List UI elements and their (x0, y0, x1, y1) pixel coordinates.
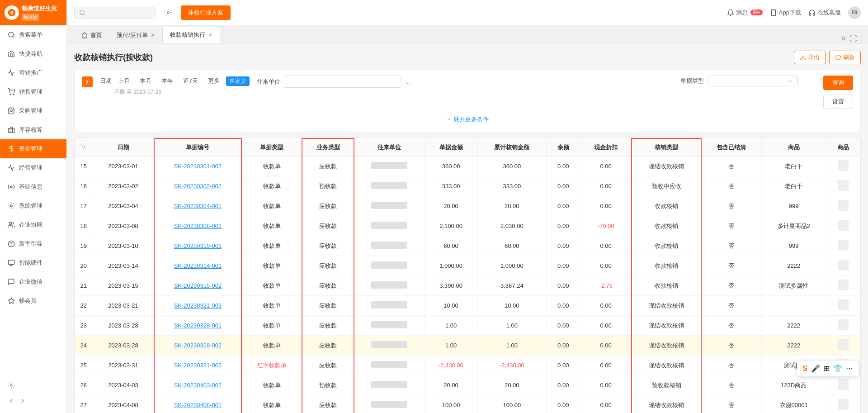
td-partner (354, 395, 424, 413)
float-icon-mic[interactable]: 🎤 (811, 364, 820, 373)
float-input-bar: S 🎤 ⊞ 👕 ⋯ (797, 360, 859, 377)
topbar-gear-btn[interactable] (161, 5, 175, 20)
date-btn-7days[interactable]: 近7天 (179, 76, 202, 86)
tab-close-prepay[interactable]: ✕ (151, 32, 155, 38)
td-amount: 3,390.00 (425, 276, 478, 296)
date-btn-this-month[interactable]: 本月 (136, 76, 155, 86)
date-btn-last-month[interactable]: 上月 (114, 76, 133, 86)
td-product (761, 296, 826, 316)
date-btn-more[interactable]: 更多 (204, 76, 223, 86)
svg-point-2 (9, 32, 14, 37)
td-voucher-no[interactable]: SK-20230310-001 (154, 236, 242, 256)
float-icon-shirt[interactable]: 👕 (833, 364, 842, 373)
float-icon-more[interactable]: ⋯ (846, 364, 853, 373)
filter-settings-btn[interactable]: 设置 (823, 95, 853, 109)
tab-home[interactable]: 首页 (74, 28, 109, 43)
filter-expand-btn[interactable] (82, 76, 93, 87)
date-filter-label: 日期 (100, 77, 112, 85)
td-product2 (826, 196, 860, 216)
th-settings[interactable] (75, 138, 93, 157)
sidebar-item-guide[interactable]: 新手引导 (0, 234, 66, 253)
td-voucher-no[interactable]: SK-20230314-001 (154, 256, 242, 276)
export-btn[interactable]: 导出 (794, 51, 826, 64)
sidebar-item-purchase[interactable]: 采购管理 (0, 101, 66, 120)
solution-btn[interactable]: 体验行业方案 (181, 5, 231, 20)
td-cash-discount: 0.00 (580, 236, 632, 256)
fullscreen-btn[interactable]: ⛶ (850, 35, 857, 43)
td-voucher-type: 收款单 (241, 296, 302, 316)
online-service-btn[interactable]: 在线客服 (808, 9, 841, 17)
tab-close-collection[interactable]: ✕ (208, 32, 212, 38)
td-verify-amount: -2,430.00 (477, 356, 546, 375)
td-product: 测试多属性 (761, 276, 826, 296)
query-btn[interactable]: 查询 (823, 76, 853, 90)
td-voucher-no[interactable]: SK-20230301-002 (154, 157, 242, 176)
sidebar-item-corp[interactable]: 企业协同 (0, 215, 66, 234)
voucher-type-select[interactable] (708, 76, 798, 86)
td-voucher-no[interactable]: SK-20230328-001 (154, 316, 242, 336)
partner-input[interactable] (284, 76, 401, 88)
td-voucher-no[interactable]: SK-20230408-001 (154, 395, 242, 413)
td-voucher-no[interactable]: SK-20230331-002 (154, 356, 242, 375)
td-voucher-no[interactable]: SK-20230304-001 (154, 196, 242, 216)
date-btn-this-year[interactable]: 本年 (158, 76, 177, 86)
topbar-right: 消息 99+ App下载 在线客服 Rit (727, 6, 861, 19)
td-product2 (826, 216, 860, 236)
sidebar-item-inventory[interactable]: 库存核算 (0, 120, 66, 139)
sidebar-settings-btn[interactable] (0, 378, 66, 393)
topbar-search[interactable] (74, 7, 156, 19)
corp-icon (7, 221, 15, 229)
tab-prepay[interactable]: 预付/应付单 ✕ (109, 28, 162, 43)
svg-rect-6 (8, 128, 14, 133)
td-voucher-no[interactable]: SK-20230321-003 (154, 296, 242, 316)
tab-collection[interactable]: 收款核销执行 ✕ (162, 27, 220, 43)
sidebar-collapse-btn[interactable] (0, 393, 66, 408)
td-include-cleared: 否 (701, 276, 761, 296)
date-custom-btn[interactable]: 自定义 (226, 76, 250, 86)
td-include-cleared: 否 (701, 336, 761, 356)
refresh-btn[interactable]: 刷新 (829, 51, 861, 64)
close-all-tabs-btn[interactable]: ✕ (840, 34, 846, 43)
sidebar-item-wechat[interactable]: 企业微信 (0, 272, 66, 291)
sidebar-item-basic[interactable]: 基础信息 (0, 177, 66, 196)
svg-marker-16 (8, 298, 14, 304)
export-icon (800, 54, 806, 61)
sidebar-item-operation[interactable]: 经营管理 (0, 158, 66, 177)
user-avatar[interactable]: Rit (848, 6, 861, 19)
sidebar-item-marketing[interactable]: 营销推广 (0, 63, 66, 82)
td-voucher-no[interactable]: SK-20230315-002 (154, 276, 242, 296)
sidebar-item-search[interactable]: 搜索菜单 (0, 25, 66, 44)
operation-icon (7, 164, 15, 172)
refresh-icon (835, 54, 841, 61)
sidebar-item-label: 库存核算 (19, 126, 42, 134)
td-voucher-no[interactable]: SK-20230308-001 (154, 216, 242, 236)
sidebar-item-member[interactable]: 畅会员 (0, 291, 66, 310)
td-voucher-no[interactable]: SK-20230328-002 (154, 336, 242, 356)
td-product2 (826, 375, 860, 395)
table-row: 232023-03-28SK-20230328-001收款单应收款1.001.0… (75, 316, 860, 336)
expand-more-btn[interactable]: 展开更多条件 (82, 113, 853, 126)
page-title: 收款核销执行(按收款) (74, 52, 153, 63)
float-icon-grid[interactable]: ⊞ (824, 364, 830, 373)
td-voucher-type: 收款单 (241, 276, 302, 296)
sidebar-item-finance[interactable]: 资金管理 (0, 139, 66, 158)
td-date: 2023-03-10 (93, 236, 154, 256)
app-download-btn[interactable]: App下载 (770, 9, 801, 17)
date-range-text: 不限 至 2023-07-26 (100, 88, 250, 96)
td-partner (354, 196, 424, 216)
td-date: 2023-04-03 (93, 375, 154, 395)
sidebar-item-sales[interactable]: 销售管理 (0, 82, 66, 101)
sidebar-item-hardware[interactable]: 智能硬件 (0, 253, 66, 272)
sidebar-item-quicknav[interactable]: 快捷导航 (0, 44, 66, 63)
td-biz-type: 应收款 (302, 316, 354, 336)
td-biz-type: 应收款 (302, 296, 354, 316)
td-verify-type: 现结收款核销 (632, 296, 701, 316)
search-icon (7, 31, 15, 39)
td-include-cleared: 否 (701, 216, 761, 236)
td-voucher-no[interactable]: SK-20230302-002 (154, 176, 242, 196)
td-voucher-no[interactable]: SK-20230403-002 (154, 375, 242, 395)
td-partner (354, 256, 424, 276)
td-no: 22 (75, 296, 93, 316)
notification-btn[interactable]: 消息 99+ (727, 9, 763, 17)
sidebar-item-system[interactable]: 系统管理 (0, 196, 66, 215)
